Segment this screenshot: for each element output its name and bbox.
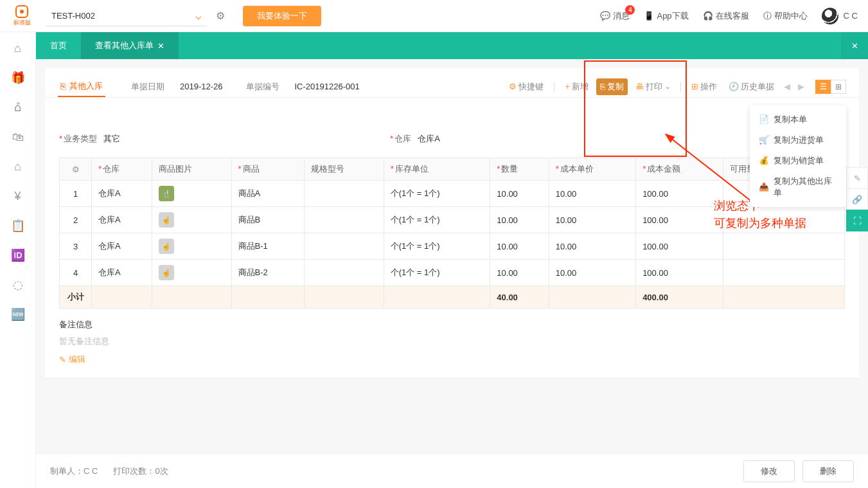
table-row[interactable]: 1仓库A🍴商品A个(1个 = 1个)10.0010.00100.00	[60, 181, 845, 207]
cell-product: 商品B-1	[231, 233, 305, 260]
ops-button[interactable]: ⊞操作	[687, 78, 721, 95]
info-row: *业务类型 其它 *仓库 仓库A	[59, 133, 845, 145]
plus-icon: +	[565, 82, 570, 91]
bag-icon[interactable]: 🛍	[11, 130, 25, 144]
cell-avail	[723, 260, 844, 286]
edit-remark-button[interactable]: ✎编辑	[59, 354, 845, 365]
modify-button[interactable]: 修改	[743, 460, 795, 482]
gear-column[interactable]: ⚙	[60, 158, 92, 181]
print-button[interactable]: 🖶打印⌄	[632, 78, 674, 95]
cell-price: 10.00	[549, 181, 635, 207]
cell-avail	[723, 233, 844, 260]
view-toggle: ☰ ⊞	[815, 80, 846, 94]
doc-value: IC-20191226-001	[295, 82, 360, 91]
cell-spec	[305, 181, 384, 207]
col-spec: 规格型号	[305, 158, 384, 181]
copy-sales-item[interactable]: 💰复制为销货单	[750, 150, 846, 171]
col-product: *商品	[231, 158, 305, 181]
shortcut-button[interactable]: ⚙快捷键	[505, 78, 547, 95]
messages-badge: 4	[625, 5, 635, 15]
prev-icon[interactable]: ◀	[782, 82, 792, 91]
product-image-icon: 🍴	[159, 186, 174, 201]
new-icon[interactable]: 🆕	[11, 307, 25, 321]
history-icon: 🕘	[729, 82, 739, 91]
card-header: ⎘ 其他入库 单据日期 2019-12-26 单据编号 IC-20191226-…	[45, 68, 859, 98]
help-icon: ⓘ	[763, 10, 772, 22]
date-label: 单据日期	[131, 81, 164, 93]
next-icon[interactable]: ▶	[796, 82, 806, 91]
logo[interactable]: 标准版	[10, 5, 33, 28]
close-all-button[interactable]: ✕	[841, 32, 868, 59]
history-button[interactable]: 🕘历史单据	[725, 78, 778, 95]
home-icon[interactable]: ⌂	[11, 41, 25, 55]
col-warehouse: *仓库	[92, 158, 152, 181]
chevron-down-icon: ⌵	[195, 10, 202, 22]
product-image-icon: ☝	[159, 239, 174, 254]
app-download-link[interactable]: 📱 App下载	[644, 10, 688, 22]
list-view-button[interactable]: ☰	[815, 80, 831, 94]
delete-button[interactable]: 删除	[802, 460, 854, 482]
gear-icon: ⚙	[509, 82, 517, 91]
card-body: ✔已生效 *业务类型 其它 *仓库 仓库A	[45, 98, 859, 378]
yen-icon[interactable]: ¥	[11, 189, 25, 203]
cell-unit: 个(1个 = 1个)	[384, 207, 490, 233]
print-count-info: 打印次数：0次	[113, 465, 168, 477]
help-link[interactable]: ⓘ 帮助中心	[763, 10, 808, 22]
product-image-icon: ☝	[159, 265, 174, 280]
tab-detail[interactable]: 查看其他入库单 ✕	[81, 32, 179, 59]
table-row[interactable]: 4仓库A☝商品B-2个(1个 = 1个)10.0010.00100.00	[60, 260, 845, 286]
cta-button[interactable]: 我要体验一下	[243, 6, 321, 26]
copy-this-item[interactable]: 📄复制本单	[750, 109, 846, 130]
cell-image: ☝	[152, 233, 231, 260]
out-icon: 📤	[759, 182, 769, 192]
table-row[interactable]: 2仓库A☝商品B个(1个 = 1个)10.0010.00100.00	[60, 207, 845, 233]
logo-text: 标准版	[13, 19, 31, 27]
gear-icon[interactable]: ⚙	[216, 10, 225, 22]
grid-view-button[interactable]: ⊞	[831, 80, 846, 94]
messages-link[interactable]: 💬 消息 4	[600, 10, 630, 22]
document-card: ⎘ 其他入库 单据日期 2019-12-26 单据编号 IC-20191226-…	[45, 68, 859, 378]
rail-btn-expand[interactable]: ⛶	[846, 210, 868, 231]
card-tab[interactable]: ⎘ 其他入库	[58, 76, 105, 97]
add-button[interactable]: +新增	[561, 78, 592, 95]
warehouse-icon[interactable]: ⌂̂	[11, 100, 25, 114]
warehouse-value: 仓库A	[418, 133, 440, 145]
house-icon[interactable]: ⌂	[11, 159, 25, 174]
remark-empty: 暂无备注信息	[59, 336, 845, 347]
remark-title: 备注信息	[59, 319, 845, 330]
cell-warehouse: 仓库A	[92, 260, 152, 286]
cell-product: 商品B-2	[231, 260, 305, 286]
col-image: 商品图片	[152, 158, 231, 181]
receipt-icon: ⎘	[60, 81, 66, 91]
cell-amount: 100.00	[636, 260, 723, 286]
cell-amount: 100.00	[636, 233, 723, 260]
clipboard-icon[interactable]: 📋	[11, 219, 25, 233]
cell-amount: 100.00	[636, 207, 723, 233]
logo-icon	[15, 5, 28, 18]
copy-purchase-item[interactable]: 🛒复制为进货单	[750, 130, 846, 150]
doc-icon: 📄	[759, 114, 769, 124]
footer-bar: 制单人：C C 打印次数：0次 修改 删除	[36, 453, 868, 488]
chat-icon: 💬	[600, 11, 610, 21]
phone-icon: 📱	[644, 11, 654, 21]
left-sidebar: ⌂ 🎁 ⌂̂ 🛍 ⌂ ¥ 📋 🆔 ◌ 🆕	[0, 32, 36, 488]
biz-type: *业务类型 其它	[59, 133, 120, 145]
user-menu[interactable]: C C	[822, 8, 858, 24]
copy-icon: ⎘	[600, 82, 605, 91]
company-select[interactable]: TEST-H002 ⌵	[46, 6, 207, 26]
sync-icon[interactable]: ◌	[11, 278, 25, 292]
close-icon[interactable]: ✕	[157, 41, 164, 51]
rail-btn-2[interactable]: 🔗	[846, 188, 868, 210]
id-icon[interactable]: 🆔	[11, 248, 25, 262]
warehouse-info: *仓库 仓库A	[390, 133, 440, 145]
tab-home[interactable]: 首页	[36, 32, 81, 59]
gift-icon[interactable]: 🎁	[11, 71, 25, 85]
tab-bar: 首页 查看其他入库单 ✕ ✕	[36, 32, 868, 59]
biz-value: 其它	[103, 133, 120, 145]
copy-other-out-item[interactable]: 📤复制为其他出库单	[750, 171, 846, 203]
service-link[interactable]: 🎧 在线客服	[703, 10, 749, 22]
table-row[interactable]: 3仓库A☝商品B-1个(1个 = 1个)10.0010.00100.00	[60, 233, 845, 260]
cell-price: 10.00	[549, 207, 635, 233]
rail-btn-1[interactable]: ✎	[846, 167, 868, 189]
copy-button[interactable]: ⎘复制	[596, 78, 628, 95]
